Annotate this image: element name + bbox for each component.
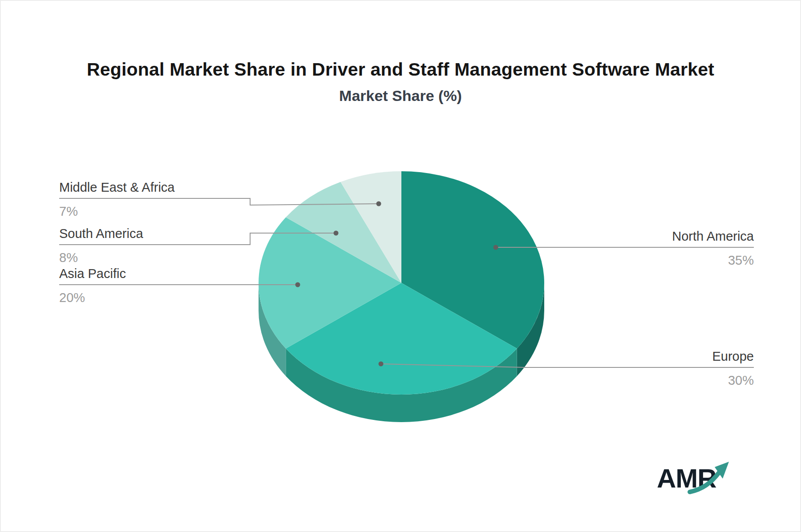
pie-chart — [0, 0, 801, 532]
leader-dot-europe — [379, 362, 384, 367]
leader-dot-north-america — [494, 245, 498, 250]
amr-logo: AMR — [652, 457, 781, 502]
leader-dot-middle-east-africa — [376, 202, 381, 206]
leader-dot-south-america — [334, 231, 339, 236]
leader-dot-asia-pacific — [295, 282, 300, 287]
amr-logo-text: AMR — [657, 463, 716, 493]
chart-canvas: Regional Market Share in Driver and Staf… — [0, 0, 801, 532]
